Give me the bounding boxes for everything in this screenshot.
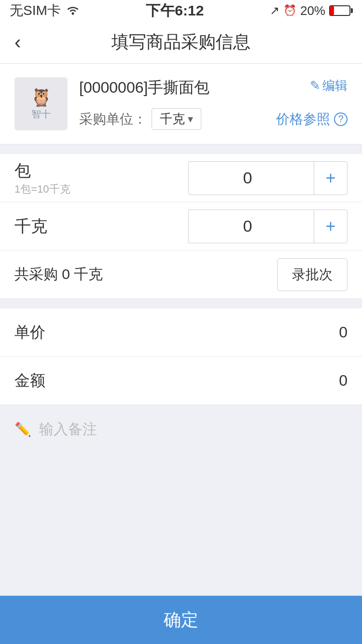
section-divider-2 [0,299,362,308]
location-icon: ↗ [270,4,279,17]
edit-icon: ✎ [310,78,320,93]
unit-price-label: 单价 [14,322,45,343]
nav-bar: ‹ 填写商品采购信息 [0,21,362,64]
product-header: [0000006]手撕面包 ✎ 编辑 [79,77,348,98]
edit-label: 编辑 [322,77,348,94]
amount-value: 0 [339,372,348,390]
product-image-label: 智十 [31,108,51,121]
battery-icon [329,5,352,16]
kg-input-right: + [92,210,348,243]
batch-button[interactable]: 录批次 [277,258,348,291]
kg-label: 千克 [14,215,92,238]
unit-label: 采购单位： [79,110,147,128]
bao-label-sub: 1包=10千克 [14,182,92,196]
unit-price-value: 0 [339,323,348,341]
kg-label-main: 千克 [14,215,92,238]
product-card: 🦉 智十 [0000006]手撕面包 ✎ 编辑 采购单位： 千克 ▾ [0,64,362,144]
carrier-text: 无SIM卡 [10,1,61,20]
edit-button[interactable]: ✎ 编辑 [310,77,348,94]
wifi-icon [66,3,80,18]
input-section: 包 1包=10千克 + 千克 + [0,154,362,251]
product-name: [0000006]手撕面包 [79,77,209,98]
chevron-down-icon: ▾ [188,113,193,126]
amount-label: 金额 [14,370,45,392]
battery-percent: 20% [300,3,325,18]
unit-price-row: 单价 0 [0,308,362,357]
status-bar: 无SIM卡 下午6:12 ↗ ⏰ 20% [0,0,362,21]
summary-row: 共采购 0 千克 录批次 [0,251,362,299]
kg-input-row: 千克 + [0,202,362,251]
bao-plus-button[interactable]: + [314,161,348,195]
status-left: 无SIM卡 [10,1,80,20]
product-info: [0000006]手撕面包 ✎ 编辑 采购单位： 千克 ▾ 价格参照 ? [79,77,348,130]
price-ref-question-icon: ? [334,112,348,126]
price-ref-button[interactable]: 价格参照 ? [276,110,348,128]
confirm-button[interactable]: 确定 [164,608,198,632]
product-image: 🦉 智十 [14,77,68,130]
section-divider-1 [0,144,362,154]
confirm-bar[interactable]: 确定 [0,596,362,644]
status-right: ↗ ⏰ 20% [270,3,352,18]
pencil-icon: ✏️ [14,421,31,437]
price-ref-label: 价格参照 [276,110,330,128]
bao-label-main: 包 [14,160,92,182]
product-unit-row: 采购单位： 千克 ▾ 价格参照 ? [79,108,348,130]
bao-input-right: + [92,161,348,195]
alarm-icon: ⏰ [283,4,296,17]
unit-select[interactable]: 千克 ▾ [152,108,201,130]
back-button[interactable]: ‹ [14,31,43,53]
amount-row: 金额 0 [0,357,362,405]
bao-label: 包 1包=10千克 [14,160,92,196]
unit-value: 千克 [160,111,185,127]
kg-quantity-input[interactable] [188,210,314,243]
notes-section[interactable]: ✏️ 输入备注 [0,405,362,454]
bao-input-row: 包 1包=10千克 + [0,154,362,202]
product-image-icon: 🦉 [30,87,52,108]
content-spacer [0,454,362,599]
price-section: 单价 0 金额 0 [0,308,362,405]
svg-point-0 [71,13,74,15]
bao-quantity-input[interactable] [188,161,314,195]
kg-plus-button[interactable]: + [314,210,348,243]
notes-placeholder: 输入备注 [39,420,97,439]
summary-text: 共采购 0 千克 [14,265,103,284]
page-title: 填写商品采购信息 [111,30,251,54]
status-time: 下午6:12 [146,1,204,21]
